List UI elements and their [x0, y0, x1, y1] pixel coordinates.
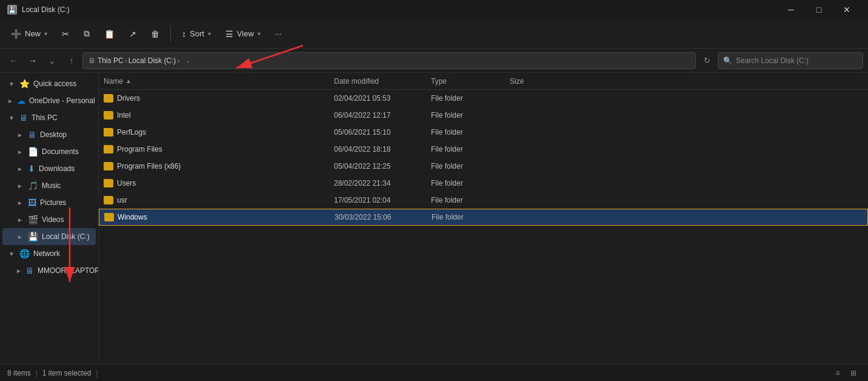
- content-area: Name ▲ Date modified Type Size Drivers 0…: [99, 73, 868, 364]
- sort-button[interactable]: ↕ Sort ▾: [176, 23, 217, 45]
- sort-icon: ↕: [182, 29, 186, 39]
- network-icon: 🌐: [19, 249, 30, 258]
- file-row-intel[interactable]: Intel 06/04/2022 12:17 File folder: [99, 107, 868, 124]
- search-icon: 🔍: [723, 56, 732, 65]
- file-name-intel: Intel: [99, 111, 329, 120]
- file-type-windows: File folder: [427, 213, 506, 221]
- file-date-intel: 06/04/2022 12:17: [329, 111, 426, 120]
- view-label: View: [237, 29, 254, 38]
- file-row-perflogs[interactable]: PerfLogs 05/06/2021 15:10 File folder: [99, 124, 868, 141]
- mmoorelaptop-icon: 🖥: [25, 266, 34, 275]
- file-row-windows[interactable]: Windows 30/03/2022 15:06 File folder: [99, 209, 868, 226]
- sidebar-item-this-pc[interactable]: ▼ 🖥 This PC: [2, 109, 96, 126]
- sidebar-label-pictures: Pictures: [40, 198, 66, 207]
- folder-icon-users: [104, 179, 113, 187]
- expand-downloads[interactable]: ►: [16, 164, 24, 173]
- address-bar[interactable]: 🖥 This PC › Local Disk (C:) › ⌄: [82, 52, 696, 69]
- col-header-type[interactable]: Type: [426, 77, 505, 86]
- expand-pictures[interactable]: ►: [16, 198, 24, 207]
- expand-desktop[interactable]: ►: [16, 130, 24, 139]
- expand-this-pc[interactable]: ▼: [7, 113, 16, 122]
- file-date-drivers: 02/04/2021 05:53: [329, 94, 426, 103]
- new-label: New: [25, 29, 41, 38]
- recent-button[interactable]: ⌄: [44, 52, 61, 69]
- sidebar-label-onedrive: OneDrive - Personal: [29, 96, 95, 105]
- file-row-users[interactable]: Users 28/02/2022 21:34 File folder: [99, 175, 868, 192]
- copy-button[interactable]: ⧉: [78, 23, 96, 45]
- expand-local-disk[interactable]: ►: [16, 232, 24, 241]
- more-button[interactable]: ···: [269, 23, 288, 45]
- breadcrumb-sep2: ›: [177, 56, 179, 65]
- expand-documents[interactable]: ►: [16, 147, 24, 156]
- videos-icon: 🎬: [28, 215, 38, 224]
- col-header-date[interactable]: Date modified: [329, 77, 426, 86]
- file-row-program-files[interactable]: Program Files 06/04/2022 18:18 File fold…: [99, 141, 868, 158]
- forward-button[interactable]: →: [24, 52, 41, 69]
- sidebar: ▼ ⭐ Quick access ► ☁ OneDrive - Personal…: [0, 73, 99, 364]
- list-view-button[interactable]: ≡: [830, 366, 845, 380]
- view-buttons: ≡ ⊞: [830, 366, 861, 380]
- folder-icon-windows: [104, 213, 114, 221]
- up-button[interactable]: ↑: [63, 52, 80, 69]
- sidebar-item-quick-access[interactable]: ▼ ⭐ Quick access: [2, 75, 96, 92]
- sidebar-label-local-disk: Local Disk (C:): [42, 232, 90, 241]
- new-icon: ➕: [11, 29, 21, 39]
- file-type-intel: File folder: [426, 111, 505, 120]
- title-bar: 💾 Local Disk (C:) ─ □ ✕: [0, 0, 868, 19]
- expand-onedrive[interactable]: ►: [7, 96, 13, 105]
- delete-button[interactable]: 🗑: [145, 23, 165, 45]
- file-name-usr: usr: [99, 196, 329, 204]
- sidebar-item-videos[interactable]: ► 🎬 Videos: [2, 211, 96, 228]
- file-row-program-files-x86[interactable]: Program Files (x86) 05/04/2022 12:25 Fil…: [99, 158, 868, 175]
- sidebar-label-videos: Videos: [42, 215, 64, 224]
- expand-videos[interactable]: ►: [16, 215, 24, 224]
- expand-mmoorelaptop[interactable]: ►: [16, 266, 22, 275]
- documents-icon: 📄: [28, 147, 38, 157]
- file-date-program-files: 06/04/2022 18:18: [329, 145, 426, 153]
- col-header-size[interactable]: Size: [505, 77, 566, 86]
- status-text: 8 items | 1 item selected |: [7, 369, 98, 377]
- paste-button[interactable]: 📋: [98, 23, 121, 45]
- folder-icon-program-files: [104, 145, 113, 153]
- sidebar-item-downloads[interactable]: ► ⬇ Downloads: [2, 160, 96, 177]
- search-bar[interactable]: 🔍 Search Local Disk (C:): [718, 52, 863, 69]
- pictures-icon: 🖼: [28, 198, 36, 207]
- new-button[interactable]: ➕ New ▾: [5, 23, 53, 45]
- sidebar-item-network[interactable]: ▼ 🌐 Network: [2, 245, 96, 262]
- file-date-windows: 30/03/2022 15:06: [330, 213, 427, 221]
- paste-icon: 📋: [104, 29, 115, 39]
- share-button[interactable]: ↗: [123, 23, 142, 45]
- file-row-drivers[interactable]: Drivers 02/04/2021 05:53 File folder: [99, 90, 868, 107]
- status-sep2: |: [96, 369, 98, 377]
- cut-button[interactable]: ✂: [56, 23, 75, 45]
- sidebar-item-desktop[interactable]: ► 🖥 Desktop: [2, 126, 96, 143]
- breadcrumb-local-disk[interactable]: Local Disk (C:): [129, 56, 176, 65]
- onedrive-icon: ☁: [17, 96, 25, 106]
- file-name-program-files: Program Files: [99, 145, 329, 153]
- file-row-usr[interactable]: usr 17/05/2021 02:04 File folder: [99, 192, 868, 209]
- maximize-button[interactable]: □: [805, 0, 833, 19]
- sidebar-item-mmoorelaptop[interactable]: ► 🖥 MMOORELAPTOP: [2, 262, 96, 279]
- expand-quick-access[interactable]: ▼: [7, 79, 16, 88]
- minimize-button[interactable]: ─: [777, 0, 805, 19]
- col-header-name[interactable]: Name ▲: [99, 77, 329, 86]
- breadcrumb-this-pc[interactable]: This PC: [98, 56, 124, 65]
- expand-network[interactable]: ▼: [7, 249, 16, 258]
- sidebar-item-music[interactable]: ► 🎵 Music: [2, 177, 96, 194]
- sidebar-item-onedrive[interactable]: ► ☁ OneDrive - Personal: [2, 92, 96, 109]
- back-button[interactable]: ←: [5, 52, 22, 69]
- sidebar-item-local-disk[interactable]: ► 💾 Local Disk (C:): [2, 228, 96, 245]
- view-button[interactable]: ☰ View ▾: [219, 23, 267, 45]
- app-icon: 💾: [7, 5, 17, 15]
- quick-access-icon: ⭐: [19, 79, 30, 89]
- refresh-button[interactable]: ↻: [698, 52, 715, 69]
- close-button[interactable]: ✕: [833, 0, 861, 19]
- file-type-perflogs: File folder: [426, 128, 505, 137]
- grid-view-button[interactable]: ⊞: [846, 366, 861, 380]
- expand-music[interactable]: ►: [16, 181, 24, 190]
- file-type-drivers: File folder: [426, 94, 505, 103]
- view-icon: ☰: [225, 29, 233, 39]
- sidebar-item-pictures[interactable]: ► 🖼 Pictures: [2, 194, 96, 211]
- sidebar-item-documents[interactable]: ► 📄 Documents: [2, 143, 96, 160]
- address-dropdown[interactable]: ⌄: [182, 55, 194, 67]
